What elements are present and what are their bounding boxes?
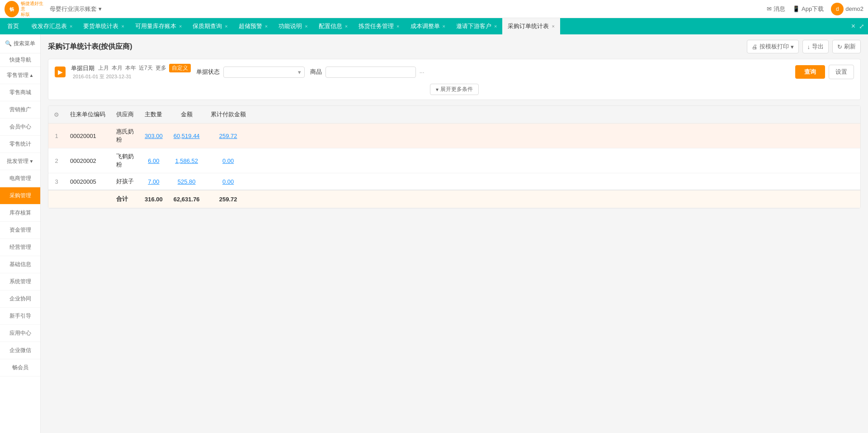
tab-label-5: 功能说明	[278, 22, 302, 30]
export-btn[interactable]: ↓ 导出	[802, 40, 829, 53]
row-qty-1[interactable]: 303.00	[139, 124, 168, 148]
sidebar-item-enterprise[interactable]: 企业协同	[0, 290, 40, 308]
tab-close-4[interactable]: ×	[265, 24, 268, 29]
query-btn[interactable]: 查询	[795, 65, 825, 79]
sidebar-item-sysadmin[interactable]: 系统管理	[0, 273, 40, 290]
printer-icon: 🖨	[752, 43, 758, 50]
app-download-label: App下载	[802, 5, 824, 13]
shortcut-7days[interactable]: 近7天	[139, 64, 153, 72]
row-qty-3[interactable]: 7.00	[139, 173, 168, 190]
tab-close-8[interactable]: ×	[443, 24, 445, 29]
message-btn[interactable]: ✉ 消息	[767, 5, 785, 13]
sidebar-item-operations[interactable]: 经营管理	[0, 239, 40, 256]
app-download-btn[interactable]: 📱 App下载	[793, 5, 824, 13]
row-amount-2[interactable]: 1,586.52	[168, 148, 205, 173]
row-code-3: 00020005	[65, 173, 111, 190]
sidebar-item-appcenter[interactable]: 应用中心	[0, 325, 40, 342]
goods-more-icon[interactable]: ···	[420, 69, 425, 76]
row-qty-2[interactable]: 6.00	[139, 148, 168, 173]
data-table-wrap: ⚙ 往来单位编码 供应商 主数量 金额 累计付款金额 1	[48, 105, 861, 209]
sidebar-item-inventory[interactable]: 库存核算	[0, 205, 40, 222]
shortcut-this-month[interactable]: 本月	[112, 64, 123, 72]
footer-label: 合计	[111, 190, 139, 208]
tab-close-7[interactable]: ×	[396, 24, 399, 29]
table-row: 3 00020005 好孩子 7.00 525.80 0.00	[48, 173, 860, 190]
maximize-btn[interactable]: ⤢	[859, 23, 864, 30]
row-amount-3[interactable]: 525.80	[168, 173, 205, 190]
settings-gear-icon[interactable]: ⚙	[54, 111, 59, 118]
sidebar-quick-nav[interactable]: 快捷导航	[0, 53, 40, 67]
footer-row: 合计 316.00 62,631.76 259.72	[48, 190, 860, 208]
sidebar-item-vip[interactable]: 畅会员	[0, 359, 40, 376]
tab-10[interactable]: 采购订单统计表 ×	[502, 18, 560, 34]
expand-more-btn[interactable]: ▾ 展开更多条件	[430, 84, 479, 95]
filter-toggle-btn[interactable]: ▶	[55, 67, 66, 77]
sidebar-item-retail-stats[interactable]: 零售统计	[0, 136, 40, 153]
tab-close-6[interactable]: ×	[345, 24, 348, 29]
refresh-label: 刷新	[844, 43, 856, 51]
sidebar-item-retail-mgmt[interactable]: 零售管理 ▲	[0, 67, 40, 84]
content-area: 采购订单统计表(按供应商) 🖨 按模板打印 ▾ ↓ 导出 ↻ 刷新	[41, 34, 868, 433]
status-select[interactable]	[223, 67, 305, 78]
row-paid-2[interactable]: 0.00	[205, 148, 251, 173]
sidebar-item-newuser[interactable]: 新手引导	[0, 308, 40, 325]
sidebar-item-label-wecom: 企业微信	[9, 347, 31, 354]
sidebar-item-retail-mall[interactable]: 零售商城	[0, 84, 40, 101]
row-paid-1[interactable]: 259.72	[205, 124, 251, 148]
supplier-name-3: 好孩子	[116, 178, 134, 185]
tab-3[interactable]: 保质期查询 ×	[187, 18, 233, 34]
tab-close-2[interactable]: ×	[179, 24, 182, 29]
sidebar-item-finance[interactable]: 资金管理	[0, 222, 40, 239]
col-header-settings: ⚙	[48, 106, 65, 124]
tab-6[interactable]: 配置信息 ×	[313, 18, 353, 34]
user-avatar[interactable]: d demo2	[831, 3, 863, 15]
template-print-btn[interactable]: 🖨 按模板打印 ▾	[747, 40, 799, 53]
tab-close-5[interactable]: ×	[305, 24, 307, 29]
close-all-btn[interactable]: ×	[851, 22, 855, 30]
tab-label-8: 成本调整单	[410, 22, 440, 30]
tab-close-3[interactable]: ×	[225, 24, 227, 29]
tab-label-3: 保质期查询	[193, 22, 222, 30]
data-table: ⚙ 往来单位编码 供应商 主数量 金额 累计付款金额 1	[48, 106, 860, 208]
sidebar-search-btn[interactable]: 🔍 搜索菜单	[3, 38, 38, 49]
shortcut-more[interactable]: 更多	[156, 64, 166, 72]
tab-9[interactable]: 邀请下游客户 ×	[451, 18, 502, 34]
tab-4[interactable]: 超储预警 ×	[233, 18, 273, 34]
sidebar-item-marketing[interactable]: 营销推广	[0, 101, 40, 119]
tab-close-9[interactable]: ×	[494, 24, 497, 29]
workspace-selector[interactable]: 母婴行业演示账套 ▾	[50, 5, 104, 13]
tab-close-0[interactable]: ×	[70, 24, 72, 29]
logo-icon: 畅	[5, 1, 19, 17]
quick-nav-label: 快捷导航	[9, 57, 31, 63]
sidebar-item-members[interactable]: 会员中心	[0, 119, 40, 136]
tab-2[interactable]: 可用量库存账本 ×	[130, 18, 187, 34]
sidebar-item-basics[interactable]: 基础信息	[0, 256, 40, 273]
tab-label-2: 可用量库存账本	[135, 22, 176, 30]
tab-close-1[interactable]: ×	[121, 24, 124, 29]
date-filter-block: 单据日期 上月 本月 本年 近7天 更多 自定义 2016-01-01 至 20…	[71, 64, 191, 80]
query-buttons: 查询 设置	[795, 65, 854, 79]
tab-home[interactable]: 首页	[0, 18, 26, 34]
settings-btn[interactable]: 设置	[829, 65, 854, 79]
row-amount-1[interactable]: 60,519.44	[168, 124, 205, 148]
tab-1[interactable]: 要货单统计表 ×	[78, 18, 129, 34]
sidebar-item-ecommerce[interactable]: 电商管理	[0, 170, 40, 187]
tab-8[interactable]: 成本调整单 ×	[405, 18, 451, 34]
sidebar-item-wecom[interactable]: 企业微信	[0, 342, 40, 359]
tab-label-1: 要货单统计表	[83, 22, 118, 30]
tab-label-7: 拣货任务管理	[359, 22, 394, 30]
row-paid-3[interactable]: 0.00	[205, 173, 251, 190]
status-select-wrap	[223, 67, 305, 78]
refresh-btn[interactable]: ↻ 刷新	[832, 40, 861, 53]
tab-7[interactable]: 拣货任务管理 ×	[353, 18, 405, 34]
sidebar-item-label-ecommerce: 电商管理	[9, 175, 31, 182]
sidebar-item-purchase[interactable]: 采购管理	[0, 187, 40, 205]
tab-0[interactable]: 收发存汇总表 ×	[26, 18, 78, 34]
goods-input[interactable]	[326, 67, 416, 78]
tab-close-10[interactable]: ×	[552, 24, 554, 29]
custom-tag[interactable]: 自定义	[169, 64, 191, 72]
shortcut-last-month[interactable]: 上月	[98, 64, 109, 72]
shortcut-this-year[interactable]: 本年	[125, 64, 136, 72]
tab-5[interactable]: 功能说明 ×	[273, 18, 313, 34]
sidebar-item-wholesale[interactable]: 批发管理 ▼	[0, 153, 40, 170]
